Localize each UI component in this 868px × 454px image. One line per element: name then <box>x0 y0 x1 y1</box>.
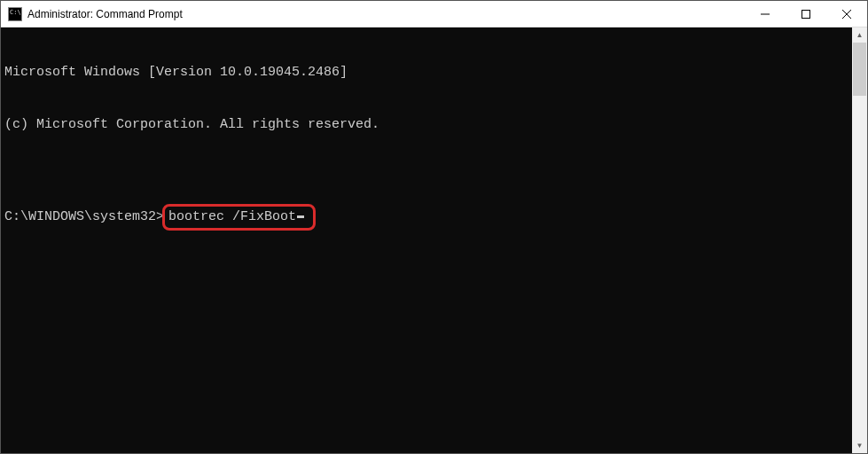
minimize-icon <box>761 10 770 19</box>
svg-rect-1 <box>802 10 810 18</box>
cmd-icon <box>8 7 22 21</box>
text-cursor <box>297 215 304 218</box>
command-prompt-window: Administrator: Command Prompt Microsoft … <box>0 0 868 454</box>
close-icon <box>842 10 851 19</box>
close-button[interactable] <box>826 1 867 27</box>
terminal-output[interactable]: Microsoft Windows [Version 10.0.19045.24… <box>1 27 852 453</box>
window-controls <box>745 1 867 27</box>
titlebar[interactable]: Administrator: Command Prompt <box>1 1 867 27</box>
command-text: bootrec /FixBoot <box>168 208 296 226</box>
scroll-up-arrow-icon[interactable]: ▲ <box>852 27 867 43</box>
minimize-button[interactable] <box>745 1 786 27</box>
prompt-path: C:\WINDOWS\system32> <box>4 208 164 226</box>
maximize-icon <box>802 10 810 19</box>
scroll-down-arrow-icon[interactable]: ▼ <box>852 438 867 453</box>
maximize-button[interactable] <box>786 1 826 27</box>
prompt-line: C:\WINDOWS\system32>bootrec /FixBoot <box>4 204 848 231</box>
content-area: Microsoft Windows [Version 10.0.19045.24… <box>1 27 867 453</box>
vertical-scrollbar[interactable]: ▲ ▼ <box>852 27 867 453</box>
version-line: Microsoft Windows [Version 10.0.19045.24… <box>4 64 848 82</box>
scrollbar-thumb[interactable] <box>853 43 866 96</box>
highlight-annotation: bootrec /FixBoot <box>162 204 316 231</box>
window-title: Administrator: Command Prompt <box>27 8 745 20</box>
copyright-line: (c) Microsoft Corporation. All rights re… <box>4 116 848 134</box>
